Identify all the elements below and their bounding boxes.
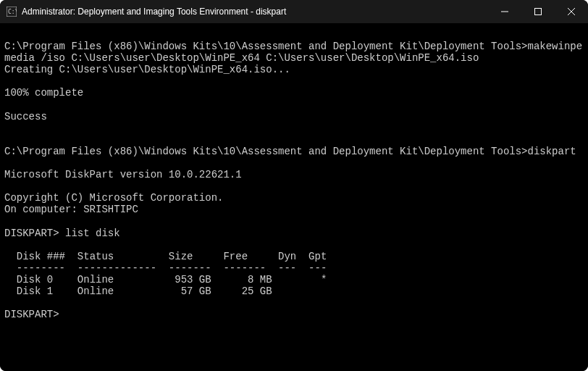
app-icon: C:\ [6, 6, 17, 17]
output-line: Microsoft DiskPart version 10.0.22621.1 [4, 169, 242, 180]
maximize-button[interactable] [521, 0, 555, 23]
output-line: Success [4, 111, 47, 122]
close-button[interactable] [555, 0, 588, 23]
titlebar[interactable]: C:\ Administrator: Deployment and Imagin… [0, 0, 588, 23]
prompt-line: DISKPART> list disk [4, 228, 120, 239]
output-line: On computer: SRISHTIPC [4, 204, 138, 215]
terminal-output[interactable]: C:\Program Files (x86)\Windows Kits\10\A… [0, 23, 588, 371]
window-title: Administrator: Deployment and Imaging To… [22, 7, 286, 17]
prompt-line: DISKPART> [4, 309, 59, 320]
output-line: Creating C:\Users\user\Desktop\WinPE_x64… [4, 64, 290, 75]
table-divider: -------- ------------- ------- ------- -… [4, 262, 327, 274]
output-line: 100% complete [4, 87, 83, 99]
output-line: Copyright (C) Microsoft Corporation. [4, 192, 223, 204]
svg-rect-3 [535, 9, 542, 15]
terminal-window: C:\ Administrator: Deployment and Imagin… [0, 0, 588, 371]
output-line: C:\Program Files (x86)\Windows Kits\10\A… [4, 41, 582, 64]
output-line: C:\Program Files (x86)\Windows Kits\10\A… [4, 146, 576, 157]
minimize-button[interactable] [488, 0, 521, 23]
table-header: Disk ### Status Size Free Dyn Gpt [4, 251, 327, 262]
table-row: Disk 0 Online 953 GB 8 MB * [4, 274, 327, 285]
table-row: Disk 1 Online 57 GB 25 GB [4, 285, 272, 297]
svg-text:C:\: C:\ [8, 9, 17, 15]
